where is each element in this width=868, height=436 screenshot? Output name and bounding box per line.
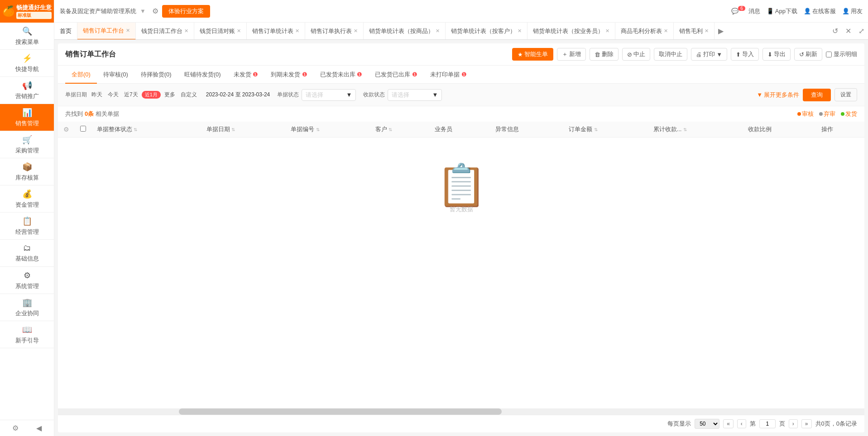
import-btn[interactable]: ⬆ 导入 xyxy=(731,48,759,61)
sidebar-item-inventory[interactable]: 📦 库存核算 xyxy=(0,158,54,185)
filter-tab-pending-inspect[interactable]: 待择验货(0) xyxy=(134,66,178,84)
tab-sales-order-close[interactable]: ✕ xyxy=(126,28,130,33)
sidebar-item-system[interactable]: ⚙ 系统管理 xyxy=(0,267,54,294)
sidebar-item-sales[interactable]: 📊 销售管理 xyxy=(0,104,54,131)
show-detail-toggle[interactable]: 显示明细 xyxy=(826,50,857,58)
cancel-stop-btn[interactable]: 取消中止 xyxy=(654,48,687,61)
stop-btn[interactable]: ⊘ 中止 xyxy=(622,48,650,61)
filter-setting-btn[interactable]: 设置 xyxy=(834,88,857,101)
tab-sales-stat-customer-close[interactable]: ✕ xyxy=(518,28,522,34)
date-1month[interactable]: 近1月 xyxy=(142,91,161,99)
tab-sales-exec[interactable]: 销售订单执行表 ✕ xyxy=(305,23,364,40)
filter-tab-all[interactable]: 全部(0) xyxy=(65,66,97,84)
payment-select[interactable]: 请选择 ▼ xyxy=(388,89,442,101)
tab-sales-order[interactable]: 销售订单工作台 ✕ xyxy=(77,23,136,40)
sidebar-item-marketing[interactable]: 📢 营销推广 xyxy=(0,77,54,104)
sidebar-item-quick[interactable]: ⚡ 快捷导航 xyxy=(0,50,54,77)
tab-sales-stat-staff-close[interactable]: ✕ xyxy=(605,28,609,34)
filter-tab-not-shipped[interactable]: 未发货 ❶ xyxy=(227,66,265,84)
tab-sales-stat-staff[interactable]: 销货单统计表（按业务员） ✕ xyxy=(528,23,615,40)
tab-sales-profit-close[interactable]: ✕ xyxy=(705,28,709,34)
online-service-item[interactable]: 👤 在线客服 xyxy=(804,7,836,15)
dropdown-icon[interactable]: ▼ xyxy=(140,8,146,14)
tab-cash-daily-close[interactable]: ✕ xyxy=(184,28,188,34)
sidebar-item-enterprise[interactable]: 🏢 企业协同 xyxy=(0,294,54,321)
tab-cash-reconcile[interactable]: 钱货日清对账 ✕ xyxy=(194,23,247,40)
sort-customer-icon[interactable]: ⇅ xyxy=(388,127,392,132)
prev-page-btn[interactable]: ‹ xyxy=(737,419,746,428)
column-settings-icon[interactable]: ⚙ xyxy=(63,126,69,133)
tab-action-refresh[interactable]: ↺ xyxy=(829,27,842,35)
tab-sales-stat-close[interactable]: ✕ xyxy=(295,28,299,34)
industry-btn[interactable]: 体验行业方案 xyxy=(162,5,210,18)
tab-product-margin-close[interactable]: ✕ xyxy=(664,28,668,34)
anti-review-action[interactable]: 弃审 xyxy=(819,110,835,118)
tab-sales-exec-close[interactable]: ✕ xyxy=(354,28,358,34)
print-btn[interactable]: 🖨 打印 ▼ xyxy=(691,48,727,61)
tab-sales-profit[interactable]: 销售毛利 ✕ xyxy=(674,23,715,40)
settings-icon[interactable]: ⚙ xyxy=(12,424,19,432)
filter-tab-overdue[interactable]: 到期未发货 ❶ xyxy=(264,66,314,84)
date-today[interactable]: 今天 xyxy=(106,90,120,100)
sort-number-icon[interactable]: ⇅ xyxy=(316,127,320,132)
export-btn[interactable]: ⬇ 导出 xyxy=(762,48,791,61)
tab-cash-daily[interactable]: 钱货日清工作台 ✕ xyxy=(136,23,194,40)
finance-icon: 💰 xyxy=(22,189,32,199)
sort-date-icon[interactable]: ⇅ xyxy=(231,127,235,132)
sidebar-item-guide[interactable]: 📖 新手引导 xyxy=(0,321,54,348)
filter-tab-wangpu[interactable]: 旺铺待发货(0) xyxy=(178,66,227,84)
tab-sales-stat-customer[interactable]: 销货单统计表（按客户） ✕ xyxy=(446,23,528,40)
tab-cash-reconcile-close[interactable]: ✕ xyxy=(237,28,241,34)
sidebar-item-search[interactable]: 🔍 搜索菜单 xyxy=(0,23,54,50)
payment-dropdown-icon: ▼ xyxy=(432,91,438,98)
tab-sales-stat-product-label: 销货单统计表（按商品） xyxy=(369,27,434,35)
add-btn[interactable]: ＋ 新增 xyxy=(557,48,586,61)
sort-received-icon[interactable]: ⇅ xyxy=(683,127,687,132)
sort-status-icon[interactable]: ⇅ xyxy=(134,127,137,132)
scrollbar-thumb[interactable] xyxy=(179,408,501,415)
tab-action-close[interactable]: ✕ xyxy=(842,27,855,35)
sort-amount-icon[interactable]: ⇅ xyxy=(594,127,598,132)
tab-action-expand[interactable]: ⤢ xyxy=(855,27,868,35)
review-action[interactable]: 审核 xyxy=(797,110,814,118)
user-item[interactable]: 👤 用友 xyxy=(842,7,863,15)
filter-tab-shipped-not-out[interactable]: 已发货未出库 ❶ xyxy=(314,66,369,84)
tab-sales-stat-product-close[interactable]: ✕ xyxy=(436,28,440,34)
filter-tab-shipped-out[interactable]: 已发货已出库 ❶ xyxy=(369,66,424,84)
date-custom[interactable]: 自定义 xyxy=(179,90,199,100)
filter-tab-not-printed[interactable]: 未打印单据 ❶ xyxy=(424,66,473,84)
select-all-checkbox[interactable] xyxy=(80,126,86,132)
star-icon: ★ xyxy=(518,51,523,58)
tab-sales-stat[interactable]: 销售订单统计表 ✕ xyxy=(247,23,305,40)
collapse-icon[interactable]: ◀ xyxy=(36,424,42,432)
query-btn[interactable]: 查询 xyxy=(803,89,831,101)
smart-order-btn[interactable]: ★ 智能生单 xyxy=(512,48,553,61)
page-input[interactable] xyxy=(759,419,776,428)
next-page-btn[interactable]: › xyxy=(789,419,798,428)
tab-more-btn[interactable]: ▶ xyxy=(715,27,727,35)
show-detail-checkbox[interactable] xyxy=(826,52,832,57)
page-size-select[interactable]: 50 10 20 100 xyxy=(695,419,719,429)
last-page-btn[interactable]: » xyxy=(801,419,812,428)
tab-home[interactable]: 首页 xyxy=(54,23,77,40)
message-item[interactable]: 💬 6 消息 xyxy=(731,7,760,15)
horizontal-scrollbar[interactable] xyxy=(58,408,864,415)
first-page-btn[interactable]: « xyxy=(723,419,734,428)
filter-tab-pending-review[interactable]: 待审核(0) xyxy=(97,66,134,84)
ship-action[interactable]: 发货 xyxy=(841,110,857,118)
sidebar-item-purchase[interactable]: 🛒 采购管理 xyxy=(0,131,54,158)
sidebar-item-finance[interactable]: 💰 资金管理 xyxy=(0,185,54,213)
status-select[interactable]: 请选择 ▼ xyxy=(302,89,356,101)
settings-topbar-icon[interactable]: ⚙ xyxy=(152,7,158,15)
date-more[interactable]: 更多 xyxy=(163,90,177,100)
sidebar-item-basic[interactable]: 🗂 基础信息 xyxy=(0,240,54,267)
app-download-item[interactable]: 📱 App下载 xyxy=(767,7,797,15)
refresh-btn[interactable]: ↺ 刷新 xyxy=(794,48,822,61)
delete-btn[interactable]: 🗑 删除 xyxy=(590,48,619,61)
tab-sales-stat-product[interactable]: 销货单统计表（按商品） ✕ xyxy=(364,23,446,40)
sidebar-item-operation[interactable]: 📋 经营管理 xyxy=(0,213,54,240)
date-yesterday[interactable]: 昨天 xyxy=(90,90,104,100)
tab-product-margin[interactable]: 商品毛利分析表 ✕ xyxy=(615,23,674,40)
date-7days[interactable]: 近7天 xyxy=(122,90,140,100)
expand-more-btn[interactable]: ▼ 展开更多条件 xyxy=(757,91,799,99)
